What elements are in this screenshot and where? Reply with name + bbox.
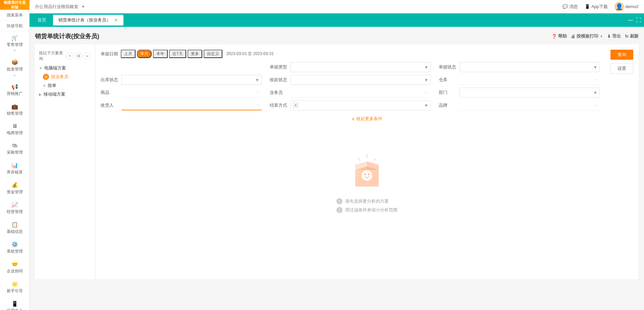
date-filter-bar: 单据日期 上月 本月 本年 近7天 更多 自定义 2023-03-01 至 20…: [101, 50, 633, 58]
date-btn-last-month[interactable]: 上月: [121, 50, 136, 58]
ecommerce-icon: 🖥: [12, 123, 17, 129]
sidebar-item-sales[interactable]: 💼 销售管理: [0, 100, 29, 120]
dept-select[interactable]: ▼: [460, 88, 600, 98]
sidebar: 畅捷通好生意 标版 搜索菜单 快捷导航 🛒 零售管理 ▼ 📦 批发管理 ▲ 📢 …: [0, 0, 30, 310]
recvstatus-select[interactable]: ▼: [290, 75, 431, 85]
sidebar-item-basic[interactable]: 📋 基础信息: [0, 218, 29, 238]
receiver-input[interactable]: ···: [121, 100, 262, 110]
settings-scheme-icon[interactable]: ⚙: [75, 52, 82, 60]
date-range-display: 2023-03-01 至 2023-03-31: [226, 51, 274, 57]
template-print-action[interactable]: 🖨 按模板打印 ▼: [571, 33, 603, 39]
sidebar-item-system[interactable]: ⚙️ 系统管理: [0, 238, 29, 258]
hint1-num: 1: [336, 198, 342, 204]
tab-home[interactable]: 首页: [32, 15, 52, 25]
date-btn-7days[interactable]: 近7天: [169, 50, 186, 58]
sidebar-item-coop[interactable]: 🤝 企业协同: [0, 258, 29, 277]
tab-sales-stat[interactable]: 销货单统计表（按业务员） ✕: [53, 15, 123, 25]
sidebar-item-ecommerce[interactable]: 🖥 电商管理: [0, 120, 29, 139]
settings-button[interactable]: 设置: [610, 63, 633, 74]
svg-point-7: [368, 174, 369, 175]
top-header: 办公用品行业模拟账套 ▼ 💬 消息 📱 App下载 👤 demo2: [30, 0, 644, 13]
tab-bar: 首页 销货单统计表（按业务员） ✕ — ⛶: [30, 13, 644, 27]
settlement-tag[interactable]: ×: [293, 103, 299, 108]
sidebar-item-ops[interactable]: 📈 经营管理: [0, 198, 29, 218]
export-action[interactable]: ⬇ 导出: [607, 33, 621, 39]
app-download-button[interactable]: 📱 App下载: [585, 4, 608, 10]
workspace-selector[interactable]: 办公用品行业模拟账套 ▼: [35, 4, 85, 10]
filter-outstatus-cell: 出库状态 ▼: [101, 75, 262, 85]
date-label: 单据日期: [101, 51, 119, 57]
filter-recvstatus-cell: 收款状态 ▼: [270, 75, 431, 85]
salesperson-label: 业务员: [270, 90, 288, 96]
svg-line-9: [374, 158, 376, 161]
ops-icon: 📈: [11, 202, 18, 208]
sidebar-item-newbie[interactable]: 🌟 新手引导: [0, 277, 29, 297]
purchase-icon: 🛍: [12, 143, 17, 149]
goods-label: 商品: [101, 90, 119, 96]
filter-settlement-cell: 结算方式 × ▼: [270, 100, 431, 110]
receiver-dots: ···: [255, 102, 260, 108]
order-icon: ≡: [43, 83, 46, 88]
collapse-left-icon[interactable]: «: [84, 52, 91, 60]
left-panel-icons: + ⚙ «: [66, 52, 91, 60]
settlement-select[interactable]: × ▼: [290, 100, 431, 110]
user-avatar-area[interactable]: 👤 demo2: [614, 2, 639, 11]
date-btn-custom[interactable]: 自定义: [204, 50, 222, 58]
refresh-action[interactable]: ↻ 刷新: [625, 33, 639, 39]
filter-and-actions: 单据日期 上月 本月 本年 近7天 更多 自定义 2023-03-01 至 20…: [101, 50, 633, 110]
sidebar-search[interactable]: 搜索菜单: [0, 10, 29, 21]
sidebar-item-apps[interactable]: 📱 应用中心: [0, 297, 29, 310]
settlement-chevron: ▼: [424, 103, 428, 108]
goods-input[interactable]: ···: [121, 88, 262, 98]
help-icon: ❓: [551, 34, 557, 39]
add-scheme-icon[interactable]: +: [66, 52, 73, 60]
date-btn-this-month[interactable]: 本月: [137, 50, 152, 58]
workspace-dropdown-icon: ▼: [81, 4, 85, 9]
docstatus-select[interactable]: ▼: [460, 62, 600, 72]
date-btn-this-year[interactable]: 本年: [153, 50, 168, 58]
tab-bar-end: — ⛶: [628, 17, 641, 23]
brand-label: 品牌: [439, 102, 458, 108]
filter-dept-cell: 部门 ▼: [439, 88, 600, 98]
sidebar-item-inventory[interactable]: 📊 库存核算: [0, 159, 29, 178]
warehouse-input[interactable]: ···: [460, 75, 600, 85]
download-icon: 📱: [585, 4, 590, 9]
date-btn-more[interactable]: 更多: [187, 50, 202, 58]
tree-pc-scheme[interactable]: ▼ 电脑端方案: [35, 64, 95, 72]
page: 销货单统计表(按业务员) ❓ 帮助 🖨 按模板打印 ▼ ⬇ 导出: [30, 27, 644, 285]
tab-maximize-icon[interactable]: ⛶: [636, 17, 641, 23]
query-button[interactable]: 查询: [610, 50, 633, 60]
apps-icon: 📱: [11, 301, 18, 307]
collapse-bar[interactable]: ∧ 收起更多条件: [101, 113, 633, 124]
tree-order-node[interactable]: ≡ 按单: [35, 81, 95, 90]
inventory-icon: 📊: [11, 162, 18, 168]
tree-mobile-label: 移动端方案: [44, 91, 65, 97]
help-action[interactable]: ❓ 帮助: [551, 33, 567, 39]
outstatus-select[interactable]: ▼: [121, 75, 262, 85]
sidebar-item-retail[interactable]: 🛒 零售管理 ▼: [0, 31, 29, 56]
sidebar-item-marketing[interactable]: 📢 营销推广: [0, 80, 29, 100]
message-button[interactable]: 💬 消息: [562, 4, 578, 10]
retail-arrow: ▼: [13, 49, 16, 52]
retail-icon: 🛒: [11, 35, 18, 41]
tree-salesperson-node[interactable]: 按 按业务员: [35, 72, 95, 81]
basic-icon: 📋: [11, 221, 18, 228]
user-name: demo2: [625, 4, 639, 9]
export-icon: ⬇: [607, 34, 611, 39]
left-panel-header: 按以下方案查询 + ⚙ «: [35, 48, 95, 64]
outstatus-chevron: ▼: [255, 78, 259, 83]
sidebar-item-purchase[interactable]: 🛍 采购管理: [0, 139, 29, 159]
workspace-label: 办公用品行业模拟账套: [35, 4, 78, 10]
tree-mobile-scheme[interactable]: ▶ 移动端方案: [35, 90, 95, 99]
print-icon: 🖨: [571, 34, 575, 39]
brand-input[interactable]: ···: [460, 100, 600, 110]
sales-icon: 💼: [11, 103, 18, 110]
tab-close-icon[interactable]: ✕: [114, 17, 118, 23]
brand-dots: ···: [593, 102, 598, 108]
doctype-select[interactable]: ▼: [290, 62, 431, 72]
sidebar-shortcut[interactable]: 快捷导航: [0, 21, 29, 31]
sidebar-item-finance[interactable]: 💰 资金管理: [0, 178, 29, 198]
salesperson-input[interactable]: ···: [290, 88, 431, 98]
tab-minimize-icon[interactable]: —: [628, 17, 633, 23]
sidebar-item-wholesale[interactable]: 📦 批发管理 ▲: [0, 56, 29, 80]
